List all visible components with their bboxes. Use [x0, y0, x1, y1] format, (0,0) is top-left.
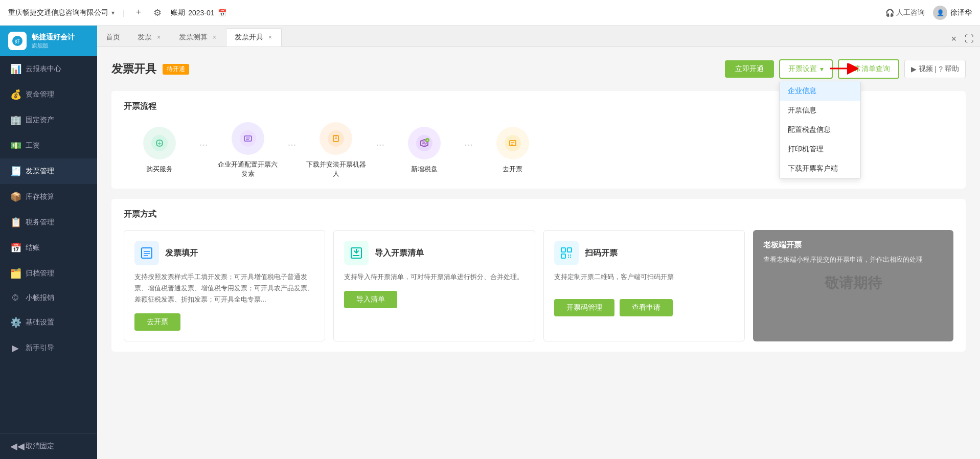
dropdown-item-invoice-info[interactable]: 开票信息 [780, 101, 860, 120]
dropdown-item-taxdisk[interactable]: 配置税盘信息 [780, 120, 860, 140]
coming-soon-overlay: 敬请期待 [763, 273, 943, 293]
sidebar-item-shuiwu[interactable]: 📋 税务管理 [0, 210, 97, 235]
tab-fapiaocesuan[interactable]: 发票测算 × [170, 28, 226, 47]
tab-label: 首页 [106, 33, 120, 42]
shuiwu-icon: 📋 [10, 217, 20, 228]
scan-buttons: 开票码管理 查看申请 [554, 291, 734, 316]
step5-label: 去开票 [503, 165, 522, 174]
consulting-button[interactable]: 🎧 人工咨询 [885, 8, 925, 17]
add-company-btn[interactable]: + [133, 5, 145, 20]
boss-card-desc: 查看老板端小程序提交的开票申请，并作出相应的处理 [763, 254, 943, 265]
dropdown-item-printer[interactable]: 打印机管理 [780, 140, 860, 159]
sidebar-item-jichu[interactable]: ⚙️ 基础设置 [0, 310, 97, 335]
sidebar-item-label: 资金管理 [26, 90, 54, 99]
page-actions: 立即开通 开票设置 ▾ 企业信息 开票信息 配置税盘信息 打印机管理 下载开票 [725, 59, 966, 79]
logo-main-text: 畅捷通好会计 [32, 33, 75, 42]
fill-invoice-button[interactable]: 去开票 [134, 313, 180, 331]
invoice-settings-button[interactable]: 开票设置 ▾ [779, 59, 833, 79]
guidang-icon: 🗂️ [10, 268, 20, 279]
boss-card-title: 老板端开票 [763, 240, 943, 250]
svg-point-6 [240, 130, 256, 147]
connector2: ··· [288, 139, 297, 163]
tab-label: 发票开具 [235, 33, 263, 42]
view-apply-button[interactable]: 查看申请 [620, 299, 673, 316]
sidebar-item-label: 归档管理 [26, 269, 54, 278]
video-help-button[interactable]: ▶ 视频 | ? 帮助 [904, 60, 966, 78]
import-invoice-icon [344, 241, 369, 265]
tab-close-all-icon[interactable]: × [949, 32, 959, 47]
import-card-title: 导入开票清单 [375, 248, 424, 259]
chevron-down-icon: ▾ [820, 65, 824, 73]
method-card-boss: 老板端开票 查看老板端小程序提交的开票申请，并作出相应的处理 敬请期待 [753, 230, 953, 341]
dropdown-item-company-info[interactable]: 企业信息 [780, 81, 860, 101]
company-selector[interactable]: 重庆畅捷交通信息咨询有限公司 ▾ [8, 8, 115, 17]
connector3: ··· [376, 139, 384, 163]
fill-card-title: 发票填开 [165, 248, 198, 259]
svg-rect-33 [567, 248, 572, 252]
yunbao-icon: 📊 [10, 63, 20, 75]
sidebar-item-jiezhang[interactable]: 📅 结账 [0, 235, 97, 261]
status-badge: 待开通 [163, 64, 189, 75]
dropdown-item-download-client[interactable]: 下载开票客户端 [780, 159, 860, 178]
tab-close-fapiao[interactable]: × [156, 33, 162, 42]
qrcode-manage-button[interactable]: 开票码管理 [554, 299, 614, 316]
svg-rect-35 [568, 255, 569, 256]
period-label: 账期 2023-01 📅 [171, 8, 226, 17]
tab-fapiaokaichu[interactable]: 发票开具 × [226, 28, 282, 47]
step2-label: 企业开通配置开票六要素 [217, 160, 279, 178]
settings-icon[interactable]: ⚙ [150, 5, 165, 20]
method-section-title: 开票方式 [124, 209, 953, 220]
sidebar-item-label: 库存核算 [26, 192, 54, 201]
tab-bar: 首页 发票 × 发票测算 × 发票开具 × × ⛶ [97, 26, 980, 47]
avatar: 👤 [933, 6, 947, 20]
immediate-open-button[interactable]: 立即开通 [725, 60, 774, 78]
question-circle-icon: ? [939, 65, 943, 73]
svg-text:+: + [426, 139, 428, 142]
sidebar-item-zijin[interactable]: 💰 资金管理 [0, 82, 97, 107]
tab-expand-icon[interactable]: ⛶ [963, 32, 976, 47]
svg-rect-23 [142, 248, 152, 258]
sidebar-item-yunbao[interactable]: 📊 云报表中心 [0, 56, 97, 82]
logo-text-group: 畅捷通好会计 旗舰版 [32, 33, 75, 50]
calendar-icon[interactable]: 📅 [218, 9, 226, 17]
step2-icon [232, 122, 264, 155]
scan-card-desc: 支持定制开票二维码，客户端可扫码开票 [554, 271, 734, 283]
fapiao-icon: 🧾 [10, 166, 20, 177]
svg-point-19 [505, 135, 521, 151]
quxiao-icon: ◀◀ [10, 441, 20, 452]
flow-step-4: 税 + 新增税盘 [389, 127, 460, 174]
sidebar-item-label: 税务管理 [26, 218, 54, 227]
sidebar-item-label: 工资 [26, 141, 40, 150]
sidebar-item-fapiao[interactable]: 🧾 发票管理 [0, 158, 97, 184]
import-card-header: 导入开票清单 [344, 241, 524, 265]
jiezhang-icon: 📅 [10, 242, 20, 254]
logo-sub-text: 旗舰版 [32, 42, 75, 50]
sidebar-item-guidang[interactable]: 🗂️ 归档管理 [0, 261, 97, 286]
sidebar-item-label: 结账 [26, 243, 40, 253]
connector4: ··· [464, 139, 473, 163]
tab-close-cesuan[interactable]: × [212, 33, 217, 42]
sidebar-item-gudingzichan[interactable]: 🏢 固定资产 [0, 107, 97, 133]
import-list-button[interactable]: 导入清单 [344, 291, 397, 308]
sidebar-item-label: 云报表中心 [26, 64, 61, 74]
tab-fapiao[interactable]: 发票 × [129, 28, 170, 47]
tab-close-kaichu[interactable]: × [267, 33, 273, 42]
flow-step-5: 去开票 [477, 127, 549, 174]
step4-icon: 税 + [408, 127, 441, 159]
play-circle-icon: ▶ [911, 65, 917, 73]
sidebar-item-xiaochang[interactable]: © 小畅报销 [0, 286, 97, 310]
tab-home[interactable]: 首页 [97, 28, 129, 47]
sidebar-item-gongzi[interactable]: 💵 工资 [0, 133, 97, 158]
xiaochang-icon: © [10, 293, 20, 303]
divider1: | [123, 9, 125, 17]
kucun-icon: 📦 [10, 191, 20, 202]
logo-icon: 好 [8, 32, 27, 50]
sidebar-item-kucun[interactable]: 📦 库存核算 [0, 184, 97, 210]
method-card-scan: 扫码开票 支持定制开票二维码，客户端可扫码开票 开票码管理 查看申请 [543, 230, 745, 341]
sidebar-item-quxiao[interactable]: ◀◀ 取消固定 [0, 433, 97, 459]
import-card-desc: 支持导入待开票清单，可对待开票清单进行拆分、合并处理。 [344, 271, 524, 283]
tab-label: 发票 [138, 33, 152, 42]
user-info[interactable]: 👤 徐泽华 [933, 6, 972, 20]
scan-card-header: 扫码开票 [554, 241, 734, 265]
sidebar-item-xinshou[interactable]: ▶ 新手引导 [0, 335, 97, 361]
